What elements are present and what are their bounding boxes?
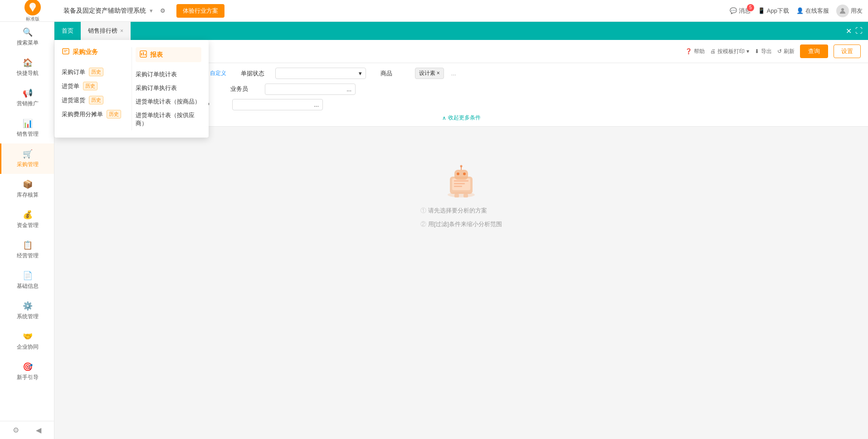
header-system-title: 装备及固定资产辅助管理系统 ▾ ⚙ 体验行业方案 — [63, 4, 730, 18]
sidebar-item-label: 基础信息 — [17, 282, 39, 290]
tab-bar: 首页 销售排行榜 × ✕ ⛶ — [54, 22, 868, 40]
svg-rect-7 — [454, 186, 462, 187]
message-nav-item[interactable]: 💬 5 消息 — [730, 7, 751, 15]
menu-item-purchase-cost[interactable]: 采购费用分摊单 历史 — [62, 107, 128, 121]
export-label: 导出 — [761, 48, 772, 55]
voucher-status-select[interactable]: ▾ — [275, 68, 366, 79]
home-icon: 🏠 — [23, 58, 33, 68]
menu-item-purchase-order-exec[interactable]: 采购订单执行表 — [136, 81, 202, 95]
user-label: 用友 — [851, 7, 863, 15]
sidebar-item-label: 销售管理 — [17, 130, 39, 138]
help-btn[interactable]: ❓ 帮助 — [685, 48, 705, 55]
collapse-btn[interactable]: ∧ 收起更多条件 — [442, 114, 481, 122]
message-icon: 💬 — [730, 7, 737, 14]
sidebar-item-label: 营销推广 — [17, 100, 39, 108]
user-item[interactable]: 用友 — [836, 5, 863, 17]
industry-button[interactable]: 体验行业方案 — [176, 4, 224, 18]
logo-area: 6 标准版 — [5, 0, 60, 22]
print-btn[interactable]: 🖨 按模板打印 ▾ — [710, 48, 749, 55]
voucher-status-label: 单据状态 — [241, 69, 268, 78]
tab-maximize-btn[interactable]: ⛶ — [855, 27, 863, 35]
purchase-business-section: 采购业务 采购订单 历史 进货单 历史 进货退货 历史 采购费用分摊单 历史 — [62, 47, 128, 130]
refresh-icon: ↺ — [777, 48, 782, 54]
menu-item-purchase-order[interactable]: 采购订单 历史 — [62, 65, 128, 79]
settings-icon[interactable]: ⚙ — [156, 5, 169, 17]
menu-item-goods-stats-by-supplier[interactable]: 进货单统计表（按供应商） — [136, 109, 202, 130]
system-title-text: 装备及固定资产辅助管理系统 — [63, 7, 146, 15]
sidebar-collapse-btn[interactable]: ◀ — [36, 426, 41, 434]
sidebar-item-basic-info[interactable]: 📄 基础信息 — [0, 265, 54, 296]
export-btn[interactable]: ⬇ 导出 — [755, 48, 772, 55]
purchase-business-icon — [62, 47, 70, 57]
svg-rect-5 — [454, 180, 468, 182]
menu-item-purchase-order-stats[interactable]: 采购订单统计表 — [136, 68, 202, 81]
menu-item-goods-stats-by-product-label: 进货单统计表（按商品） — [136, 98, 200, 106]
history-tag-1: 历史 — [89, 68, 103, 76]
sidebar-item-search[interactable]: 🔍 搜索菜单 — [0, 22, 54, 52]
menu-item-goods-receipt[interactable]: 进货单 历史 — [62, 79, 128, 93]
sidebar-item-purchase[interactable]: 🛒 采购管理 — [0, 143, 54, 174]
phone-icon: 📱 — [758, 7, 765, 14]
print-label: 按模板打印 — [717, 48, 745, 55]
tab-sales-rank[interactable]: 销售排行榜 × — [81, 22, 131, 40]
reports-icon — [139, 50, 147, 59]
refresh-btn[interactable]: ↺ 刷新 — [777, 48, 795, 55]
date-custom[interactable]: 自定义 — [210, 69, 226, 77]
message-badge: 5 — [747, 4, 754, 11]
system-icon: ⚙️ — [23, 301, 33, 311]
sidebar-item-marketing[interactable]: 📢 营销推广 — [0, 83, 54, 113]
customer-select[interactable]: ... — [232, 99, 323, 110]
menu-divider — [132, 47, 132, 130]
menu-item-purchase-order-label: 采购订单 — [62, 68, 85, 76]
sidebar-item-enterprise[interactable]: 🤝 企业协同 — [0, 326, 54, 356]
svg-point-1 — [841, 8, 844, 11]
tab-home[interactable]: 首页 — [54, 22, 81, 40]
sidebar-item-inventory[interactable]: 📦 库存核算 — [0, 174, 54, 204]
basic-info-icon: 📄 — [23, 271, 33, 281]
sidebar-bottom: ⚙ ◀ — [0, 421, 54, 439]
sidebar-settings-btn[interactable]: ⚙ — [13, 426, 19, 434]
menu-item-goods-stats-by-product[interactable]: 进货单统计表（按商品） — [136, 95, 202, 109]
sidebar-item-system[interactable]: ⚙️ 系统管理 — [0, 296, 54, 326]
purchase-icon: 🛒 — [23, 149, 33, 159]
history-tag-3: 历史 — [89, 96, 103, 104]
reports-title: 报表 — [136, 47, 202, 62]
sidebar-item-label: 经营管理 — [17, 252, 39, 260]
sales-icon: 📊 — [23, 118, 33, 128]
app-download-item[interactable]: 📱 App下载 — [758, 7, 789, 15]
set-button[interactable]: 设置 — [834, 44, 861, 58]
online-service-item[interactable]: 👤 在线客服 — [796, 7, 829, 15]
sidebar-item-label: 采购管理 — [17, 161, 39, 168]
sidebar-item-operations[interactable]: 📋 经营管理 — [0, 235, 54, 265]
sidebar-item-label: 新手引导 — [17, 374, 39, 381]
header-right: 💬 5 消息 📱 App下载 👤 在线客服 用友 — [730, 5, 863, 17]
system-title-dropdown-icon[interactable]: ▾ — [150, 7, 153, 14]
empty-state: ① 请先选择要分析的方案 ② 用[过滤]条件来缩小分析范围 — [54, 127, 868, 267]
query-button[interactable]: 查询 — [800, 44, 828, 58]
sidebar-item-guide[interactable]: 🎯 新手引导 — [0, 356, 54, 387]
menu-item-goods-return[interactable]: 进货退货 历史 — [62, 93, 128, 107]
tab-bar-right: ✕ ⛶ — [846, 27, 868, 35]
tab-close-btn[interactable]: ✕ — [846, 27, 852, 35]
menu-item-goods-receipt-label: 进货单 — [62, 82, 79, 90]
sidebar-item-sales[interactable]: 📊 销售管理 — [0, 113, 54, 143]
sidebar-item-finance[interactable]: 💰 资金管理 — [0, 204, 54, 235]
history-tag-4: 历史 — [107, 110, 121, 118]
enterprise-icon: 🤝 — [23, 331, 33, 341]
salesman-ellipsis: ... — [346, 86, 351, 93]
svg-rect-8 — [454, 170, 468, 180]
goods-ellipsis[interactable]: ... — [451, 70, 456, 77]
svg-rect-14 — [463, 194, 468, 197]
refresh-label: 刷新 — [784, 48, 795, 55]
svg-rect-6 — [454, 183, 465, 184]
logo-icon: 6 — [24, 0, 41, 15]
top-header: 6 标准版 装备及固定资产辅助管理系统 ▾ ⚙ 体验行业方案 💬 5 消息 📱 … — [0, 0, 868, 22]
print-icon: 🖨 — [710, 48, 716, 54]
guide-icon: 🎯 — [23, 362, 33, 372]
tab-close-icon[interactable]: × — [120, 28, 123, 34]
salesman-select[interactable]: ... — [265, 84, 356, 95]
empty-line2: ② 用[过滤]条件来缩小分析范围 — [420, 220, 502, 228]
goods-tag-text: 设计素 × — [419, 69, 440, 77]
empty-icon — [439, 163, 484, 199]
sidebar-item-quicknav[interactable]: 🏠 快捷导航 — [0, 52, 54, 83]
